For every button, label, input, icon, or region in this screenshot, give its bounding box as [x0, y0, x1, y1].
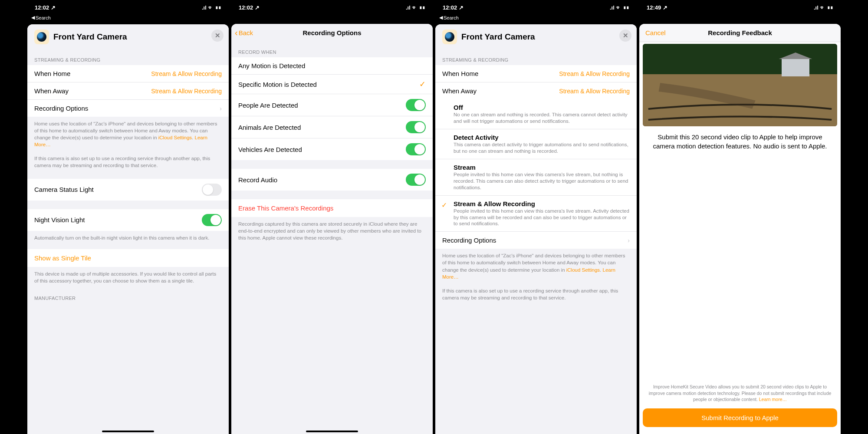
page-title: Recording Feedback	[708, 29, 772, 36]
when-home-row[interactable]: When Home Stream & Allow Recording	[27, 65, 229, 82]
when-away-row[interactable]: When Away Stream & Allow Recording	[27, 82, 229, 100]
show-single-tile-button[interactable]: Show as Single Tile	[27, 249, 229, 267]
option-detect-activity[interactable]: Detect Activity This camera can detect a…	[435, 129, 637, 159]
vehicles-detected-row: Vehicles Are Detected	[231, 138, 433, 160]
status-icons: .ıl ᯤ ▮▮	[406, 4, 425, 11]
close-button[interactable]: ✕	[211, 30, 224, 42]
location-services-icon: ↗	[663, 4, 667, 11]
chevron-right-icon: ›	[628, 237, 630, 244]
section-record-when: RECORD WHEN	[231, 42, 433, 57]
status-bar: 12:02 ↗ .ıl ᯤ ▮▮	[26, 0, 230, 15]
cancel-button[interactable]: Cancel	[645, 29, 666, 36]
icloud-settings-link[interactable]: iCloud Settings	[158, 135, 192, 140]
home-indicator[interactable]	[306, 431, 358, 432]
people-toggle[interactable]	[406, 99, 426, 111]
check-icon: ✓	[419, 79, 426, 89]
option-off[interactable]: Off No one can stream and nothing is rec…	[435, 99, 637, 129]
status-icons: .ıl ᯤ ▮▮	[814, 4, 833, 11]
recording-options-row[interactable]: Recording Options ›	[435, 232, 637, 249]
learn-more-link[interactable]: Learn more…	[759, 397, 787, 402]
streaming-footer-1: Home uses the location of "Zac's iPhone"…	[435, 249, 637, 283]
status-bar: 12:02 ↗ .ıl ᯤ ▮▮	[434, 0, 638, 15]
night-vision-footer: Automatically turn on the built-in night…	[27, 231, 229, 245]
submit-recording-button[interactable]: Submit Recording to Apple	[643, 408, 837, 427]
phone-screen-3: 12:02 ↗ .ıl ᯤ ▮▮ ◀ Search Front Yard Cam…	[434, 0, 638, 434]
people-detected-row: People Are Detected	[231, 94, 433, 116]
icloud-settings-link[interactable]: iCloud Settings	[566, 267, 600, 273]
location-services-icon: ↗	[51, 4, 56, 11]
status-bar: 12:49 ↗ .ıl ᯤ ▮▮	[638, 0, 842, 15]
recording-options-row[interactable]: Recording Options ›	[27, 100, 229, 117]
specific-motion-row[interactable]: Specific Motion is Detected ✓	[231, 75, 433, 94]
check-icon: ✓	[441, 201, 447, 209]
status-time: 12:02	[35, 4, 49, 11]
svg-rect-2	[782, 59, 809, 76]
section-manufacturer: MANUFACTURER	[27, 288, 229, 303]
submit-description: Submit this 20 second video clip to Appl…	[639, 128, 841, 155]
footer-disclaimer: Improve HomeKit Secure Video allows you …	[639, 381, 841, 405]
camera-status-light-toggle[interactable]	[202, 184, 222, 196]
option-stream-record[interactable]: ✓ Stream & Allow Recording People invite…	[435, 196, 637, 232]
erase-footer: Recordings captured by this camera are s…	[231, 217, 433, 245]
phone-screen-4: 12:49 ↗ .ıl ᯤ ▮▮ Cancel Recording Feedba…	[638, 0, 842, 434]
status-bar: 12:02 ↗ .ıl ᯤ ▮▮	[230, 0, 434, 15]
chevron-right-icon: ›	[220, 105, 222, 112]
location-services-icon: ↗	[459, 4, 464, 11]
close-button[interactable]: ✕	[619, 30, 631, 42]
video-clip-thumbnail[interactable]	[643, 44, 837, 126]
when-away-row[interactable]: When Away Stream & Allow Recording	[435, 82, 637, 99]
page-title: Front Yard Camera	[461, 32, 535, 42]
streaming-footer-2: If this camera is also set up to use a r…	[27, 151, 229, 172]
status-icons: .ıl ᯤ ▮▮	[610, 4, 629, 11]
animals-detected-row: Animals Are Detected	[231, 116, 433, 138]
record-audio-row: Record Audio	[231, 169, 433, 191]
night-vision-row: Night Vision Light	[27, 209, 229, 231]
back-to-search-link[interactable]: ◀ Search	[26, 15, 230, 23]
location-services-icon: ↗	[255, 4, 260, 11]
back-button[interactable]: ‹ Back	[235, 28, 253, 38]
camera-status-light-row: Camera Status Light	[27, 179, 229, 201]
streaming-footer-2: If this camera is also set up to use a r…	[435, 284, 637, 305]
record-audio-toggle[interactable]	[406, 174, 426, 186]
modal-header: Front Yard Camera ✕	[435, 24, 637, 49]
modal-header: Front Yard Camera ✕	[27, 24, 229, 49]
status-icons: .ıl ᯤ ▮▮	[202, 4, 221, 11]
erase-recordings-button[interactable]: Erase This Camera's Recordings	[231, 199, 433, 217]
back-to-search-link[interactable]: ◀ Search	[434, 15, 638, 23]
when-home-row[interactable]: When Home Stream & Allow Recording	[435, 65, 637, 82]
home-indicator[interactable]	[102, 431, 154, 432]
modal-header: ‹ Back Recording Options	[231, 24, 433, 42]
section-streaming: STREAMING & RECORDING	[435, 49, 637, 65]
phone-screen-1: 12:02 ↗ .ıl ᯤ ▮▮ ◀ Search Front Yard Cam…	[26, 0, 230, 434]
camera-device-icon	[442, 30, 457, 44]
page-title: Front Yard Camera	[53, 32, 127, 42]
option-stream[interactable]: Stream People invited to this home can v…	[435, 159, 637, 196]
vehicles-toggle[interactable]	[406, 143, 426, 155]
tile-footer: This device is made up of multiple acces…	[27, 267, 229, 288]
night-vision-toggle[interactable]	[202, 214, 222, 226]
page-title: Recording Options	[303, 29, 362, 36]
streaming-footer-1: Home uses the location of "Zac's iPhone"…	[27, 117, 229, 151]
phone-screen-2: 12:02 ↗ .ıl ᯤ ▮▮ ‹ Back Recording Option…	[230, 0, 434, 434]
camera-device-icon	[34, 30, 49, 44]
section-streaming: STREAMING & RECORDING	[27, 49, 229, 65]
animals-toggle[interactable]	[406, 121, 426, 133]
any-motion-row[interactable]: Any Motion is Detected	[231, 57, 433, 75]
modal-header: Cancel Recording Feedback	[639, 24, 841, 42]
